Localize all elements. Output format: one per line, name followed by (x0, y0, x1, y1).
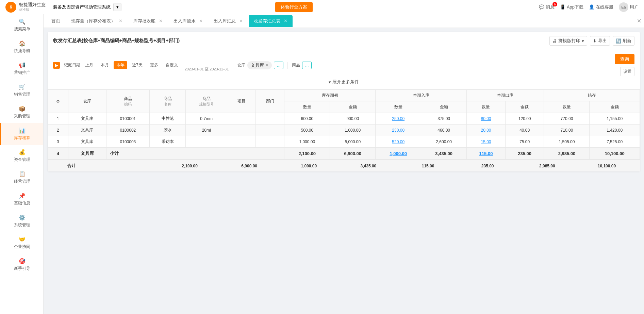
export-btn[interactable]: ⬇ 导出 (590, 36, 610, 46)
date-btn-custom[interactable]: 自定义 (163, 61, 181, 69)
tab-recv-send[interactable]: 收发存汇总表 ✕ (249, 15, 293, 27)
row-dept (256, 125, 284, 136)
date-filters: 上月 本月 本年 近7天 更多 自定义 (82, 61, 181, 69)
sidebar-finance-label: 资金管理 (14, 157, 30, 163)
purchase-icon: 📦 (19, 105, 26, 112)
total-in-amt: 3,435.00 (338, 164, 398, 168)
expand-conditions-btn[interactable]: ▾ 展开更多条件 (329, 79, 359, 85)
warehouse-tag-text: 文具库 (251, 62, 264, 68)
row-project (227, 125, 255, 136)
row-out-qty[interactable]: 15.00 (467, 136, 506, 148)
row-code: 0100003 (106, 136, 150, 148)
sidebar-search-label: 搜索菜单 (14, 26, 30, 32)
row-out-qty[interactable]: 20.00 (467, 125, 506, 136)
sidebar-basic-label: 基础信息 (14, 200, 30, 206)
message-badge: 6 (552, 2, 557, 6)
warehouse-more-btn[interactable]: ... (274, 62, 283, 69)
brand-name: 畅捷通好生意 (19, 2, 46, 8)
th-dept: 部门 (256, 90, 284, 113)
row-bal-amt: 7,525.00 (590, 136, 640, 148)
header-right: 💬 消息 6 📱 App下载 👤 在线客服 Ea 用户 (539, 2, 639, 12)
sub-in-qty[interactable]: 1,000.00 (376, 148, 421, 160)
tab-home[interactable]: 首页 (46, 15, 65, 27)
th-bal-amt: 金额 (590, 101, 640, 113)
sidebar: 🔍 搜索菜单 🏠 快捷导航 📢 营销推广 🛒 销售管理 📦 采购管理 📊 库存核… (0, 14, 44, 314)
settings-button[interactable]: 设置 (620, 67, 634, 76)
tab-inventory-dist-close[interactable]: ✕ (119, 18, 122, 23)
app-download-item[interactable]: 📱 App下载 (560, 4, 583, 10)
date-btn-last-month[interactable]: 上月 (82, 61, 96, 69)
row-warehouse: 文具库 (68, 113, 106, 125)
row-out-amt: 120.00 (505, 113, 544, 125)
tab-batch-ledger-close[interactable]: ✕ (159, 18, 163, 23)
date-label: 记账日期 (64, 62, 80, 68)
marketing-icon: 📢 (19, 62, 26, 68)
print-btn[interactable]: 🖨 拼模版打印 ▾ (549, 36, 587, 46)
table-row: 3 文具库 0100003 采访本 1,000.00 5,000.00 520.… (48, 136, 640, 148)
search-icon: 🔍 (19, 18, 26, 25)
tab-inout-summary[interactable]: 出入库汇总 ✕ (209, 15, 248, 27)
message-item[interactable]: 💬 消息 6 (539, 4, 555, 10)
refresh-btn[interactable]: 🔄 刷新 (613, 36, 634, 46)
th-init-amt: 金额 (330, 101, 376, 113)
date-btn-more[interactable]: 更多 (147, 61, 161, 69)
row-out-qty[interactable]: 80.00 (467, 113, 506, 125)
online-service-item[interactable]: 👤 在线客服 (589, 4, 613, 10)
app-icon: 📱 (560, 4, 565, 10)
row-spec: 0.7mm (186, 113, 227, 125)
th-settings[interactable]: ⚙ (48, 90, 68, 113)
title-actions: 🖨 拼模版打印 ▾ ⬇ 导出 🔄 刷新 (549, 36, 634, 46)
th-in-amt: 金额 (421, 101, 467, 113)
sidebar-item-guide[interactable]: 🎯 新手引导 (0, 254, 43, 276)
th-init-stock: 库存期初 (284, 90, 376, 101)
system-title-area: 装备及固定资产辅助管理系统 ▾ (53, 3, 271, 11)
filter-toggle-arrow[interactable]: ▶ (53, 62, 60, 69)
tab-batch-ledger[interactable]: 库存批次账 ✕ (128, 15, 168, 27)
tab-inout-summary-close[interactable]: ✕ (239, 18, 243, 23)
total-in-qty: 1,000.00 (279, 164, 338, 168)
tab-recv-send-close[interactable]: ✕ (284, 18, 287, 23)
print-dropdown-icon: ▾ (582, 38, 584, 44)
tab-inventory-dist[interactable]: 现存量（库存分布表） ✕ (66, 15, 128, 27)
sidebar-quicknav-label: 快捷导航 (14, 48, 30, 54)
date-btn-this-year[interactable]: 本年 (114, 61, 127, 69)
sidebar-item-finance[interactable]: 💰 资金管理 (0, 145, 43, 167)
experience-button[interactable]: 体验行业方案 (275, 2, 313, 12)
row-in-qty[interactable]: 520.00 (376, 136, 421, 148)
tab-inout-flow[interactable]: 出入库流水 ✕ (168, 15, 208, 27)
tab-bar-close-all[interactable]: ✕ (637, 18, 641, 24)
sidebar-item-system[interactable]: ⚙️ 系统管理 (0, 210, 43, 232)
export-label: 导出 (598, 38, 607, 44)
sidebar-item-operation[interactable]: 📋 经营管理 (0, 167, 43, 188)
date-filter-field: 记账日期 上月 本月 本年 近7天 更多 自定义 (64, 61, 181, 69)
row-in-qty[interactable]: 230.00 (376, 125, 421, 136)
sidebar-item-search[interactable]: 🔍 搜索菜单 (0, 14, 43, 36)
system-dropdown-btn[interactable]: ▾ (113, 3, 121, 11)
tab-inout-flow-close[interactable]: ✕ (199, 18, 203, 23)
warehouse-tag-close[interactable]: ✕ (265, 63, 268, 67)
row-in-qty[interactable]: 250.00 (376, 113, 421, 125)
sidebar-item-basic[interactable]: 📌 基础信息 (0, 188, 43, 210)
basic-icon: 📌 (19, 193, 26, 199)
sidebar-item-quicknav[interactable]: 🏠 快捷导航 (0, 36, 43, 58)
row-init-amt: 900.00 (330, 113, 376, 125)
date-btn-this-month[interactable]: 本月 (98, 61, 112, 69)
sidebar-item-marketing[interactable]: 📢 营销推广 (0, 58, 43, 80)
total-bal-amt: 10,100.00 (577, 164, 637, 168)
user-item[interactable]: Ea 用户 (619, 2, 639, 12)
goods-more-btn[interactable]: ... (302, 62, 312, 69)
date-btn-7days[interactable]: 近7天 (129, 61, 145, 69)
sidebar-item-enterprise[interactable]: 🤝 企业协同 (0, 232, 43, 254)
sidebar-item-sales[interactable]: 🛒 销售管理 (0, 80, 43, 101)
tab-home-label: 首页 (51, 18, 60, 24)
query-button[interactable]: 查询 (615, 54, 634, 64)
service-icon: 👤 (589, 4, 594, 10)
user-avatar: Ea (619, 2, 628, 12)
sub-out-qty[interactable]: 115.00 (467, 148, 506, 160)
row-no: 2 (48, 125, 68, 136)
row-code: 0100001 (106, 113, 150, 125)
sidebar-item-purchase[interactable]: 📦 采购管理 (0, 101, 43, 123)
th-init-qty: 数量 (284, 101, 330, 113)
sidebar-item-inventory[interactable]: 📊 库存核算 (0, 123, 43, 145)
total-out-qty: 115.00 (398, 164, 458, 168)
